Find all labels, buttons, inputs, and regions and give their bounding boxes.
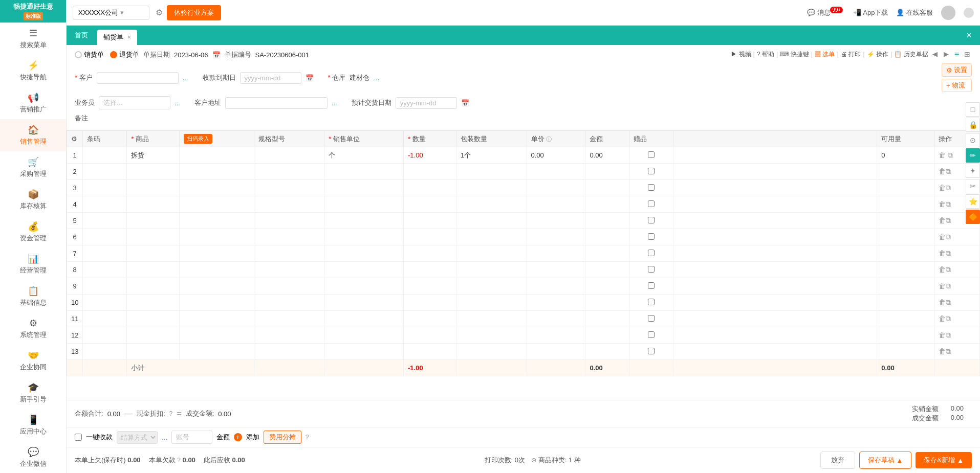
delete-row-9-icon[interactable]: 🗑 [939,282,946,290]
view-grid-icon[interactable]: ⊞ [963,50,972,59]
experience-btn[interactable]: 体验行业方案 [167,5,221,20]
copy-row-10-icon[interactable]: ⧉ [946,298,951,306]
one-pay-checkbox[interactable] [75,434,82,441]
customer-addr-input[interactable] [225,97,328,109]
salesperson-ellipsis-btn[interactable]: ... [175,99,180,107]
copy-row-11-icon[interactable]: ⧉ [946,314,951,323]
toolbar-print[interactable]: 🖨 打印 [841,50,861,59]
spec-1[interactable] [254,147,324,164]
delete-row-4-icon[interactable]: 🗑 [939,200,946,208]
float-btn-1[interactable]: □ [966,102,980,117]
copy-row-8-icon[interactable]: ⧉ [946,265,951,274]
pkg-qty-1[interactable]: 1个 [456,147,527,164]
settings-btn[interactable]: ⚙ 放弃 设置 [942,63,972,77]
method-ellipsis[interactable]: ... [162,434,167,441]
date-calendar-icon[interactable]: 📅 [212,51,221,59]
float-btn-3[interactable]: ⊙ [966,133,980,147]
float-btn-7[interactable]: ⭐ [966,194,980,209]
delete-row-1-icon[interactable]: 🗑 [939,151,946,159]
sidebar-item-operation[interactable]: 📊 经营管理 [0,248,66,280]
message-area[interactable]: 💬 消息 99+ [807,8,845,17]
toolbar-operate[interactable]: ⚡ 操作 [867,50,888,59]
sidebar-item-finance[interactable]: 💰 资金管理 [0,216,66,248]
unit-1[interactable]: 个 [324,147,404,164]
logistics-btn[interactable]: + 物流 [942,79,972,92]
delete-row-13-icon[interactable]: 🗑 [939,347,946,355]
app-download[interactable]: 📲 App下载 [853,8,888,17]
delete-row-11-icon[interactable]: 🗑 [939,314,946,323]
toolbar-select[interactable]: ☰ 选单 [815,50,835,59]
amount-1[interactable]: 0.00 [585,147,629,164]
delete-row-7-icon[interactable]: 🗑 [939,249,946,257]
sidebar-item-sales[interactable]: 🏠 销售管理 [0,119,66,151]
toolbar-video[interactable]: ▶ 视频 [731,50,751,59]
account-input[interactable]: 账号 [171,431,212,444]
warehouse-value[interactable]: 建材仓 [350,73,369,82]
window-close-btn[interactable]: × [962,30,976,40]
toolbar-shortcut[interactable]: ⌨ 快捷键 [780,50,809,59]
float-btn-2[interactable]: 🔒 [966,118,980,132]
date-value[interactable]: 2023-06-06 [174,51,208,59]
float-btn-5[interactable]: ✦ [966,164,980,178]
sidebar-item-purchase[interactable]: 🛒 采购管理 [0,151,66,184]
sidebar-item-appstore[interactable]: 📱 应用中心 [0,409,66,441]
scan-btn[interactable]: 扫码录入 [184,134,212,144]
save-new-btn[interactable]: 保存&新增 ▲ [916,452,972,468]
delete-row-3-icon[interactable]: 🗑 [939,184,946,192]
col-gear[interactable]: ⚙ [67,131,83,147]
sidebar-item-inventory[interactable]: 📦 库存核算 [0,184,66,216]
delivery-date-input[interactable]: yyyy-mm-dd [396,97,457,109]
col-scan[interactable]: 扫码录入 [180,131,254,147]
float-btn-4[interactable]: ✏ [966,148,980,163]
delete-row-10-icon[interactable]: 🗑 [939,298,946,306]
float-btn-6[interactable]: ✂ [966,179,980,193]
barcode-1[interactable] [83,147,127,164]
nav-prev-icon[interactable]: ◀ [930,50,940,59]
online-service[interactable]: 👤 在线客服 [896,8,933,17]
product-1[interactable]: 拆货 [127,147,180,164]
copy-row-1-icon[interactable]: ⧉ [948,151,953,159]
tab-sales-order[interactable]: 销货单 × [97,30,137,45]
view-list-icon[interactable]: ≡ [953,50,961,59]
copy-row-5-icon[interactable]: ⧉ [946,216,951,224]
sidebar-item-wechat[interactable]: 💬 企业微信 [0,441,66,473]
sidebar-item-marketing[interactable]: 📢 营销推广 [0,87,66,119]
delete-row-12-icon[interactable]: 🗑 [939,331,946,339]
copy-row-7-icon[interactable]: ⧉ [946,249,951,257]
copy-row-4-icon[interactable]: ⧉ [946,200,951,208]
sidebar-item-system[interactable]: ⚙ 系统管理 [0,312,66,345]
gift-1[interactable] [629,147,673,164]
expense-split-btn[interactable]: 费用分摊 [264,431,301,444]
company-selector[interactable]: XXXXXX公司 ▾ [73,6,149,20]
radio-sale[interactable]: 销货单 [75,50,104,59]
receipt-date-input[interactable]: yyyy-mm-dd [240,72,301,84]
abandon-btn[interactable]: 放弃 [820,452,855,469]
sidebar-item-quick-nav[interactable]: ⚡ 快捷导航 [0,55,66,87]
sidebar-item-enterprise[interactable]: 🤝 企业协同 [0,345,66,377]
topbar-gear-icon[interactable]: ⚙ [156,8,163,17]
radio-return[interactable]: 退货单 [110,50,139,59]
copy-row-2-icon[interactable]: ⧉ [946,167,951,175]
nav-next-icon[interactable]: ▶ [942,50,951,59]
customer-addr-ellipsis-btn[interactable]: ... [332,99,337,107]
delete-row-6-icon[interactable]: 🗑 [939,233,946,241]
warehouse-ellipsis-btn[interactable]: ... [374,74,379,82]
toolbar-help[interactable]: ? 帮助 [757,50,774,59]
salesperson-input[interactable]: 选择... [99,96,170,109]
qty-1[interactable]: -1.00 [404,147,456,164]
tab-home[interactable]: 首页 [67,26,96,45]
add-payment-btn[interactable]: + [234,433,242,441]
copy-row-3-icon[interactable]: ⧉ [946,184,951,192]
delivery-calendar-icon[interactable]: 📅 [461,99,469,107]
sidebar-item-search[interactable]: ☰ 搜索菜单 [0,22,66,55]
float-btn-8[interactable]: 🔶 [966,210,980,224]
copy-row-9-icon[interactable]: ⧉ [946,282,951,290]
price-1[interactable]: 0.00 [527,147,585,164]
method-select[interactable]: 结算方式 [117,431,158,444]
arrear-help-icon[interactable]: ? [177,457,181,464]
expense-help-icon[interactable]: ? [306,434,309,441]
customer-input[interactable] [97,72,179,84]
copy-row-13-icon[interactable]: ⧉ [946,347,951,355]
save-draft-btn[interactable]: 保存草稿 ▲ [859,452,912,469]
toolbar-history[interactable]: 📋 历史单据 [894,50,928,59]
